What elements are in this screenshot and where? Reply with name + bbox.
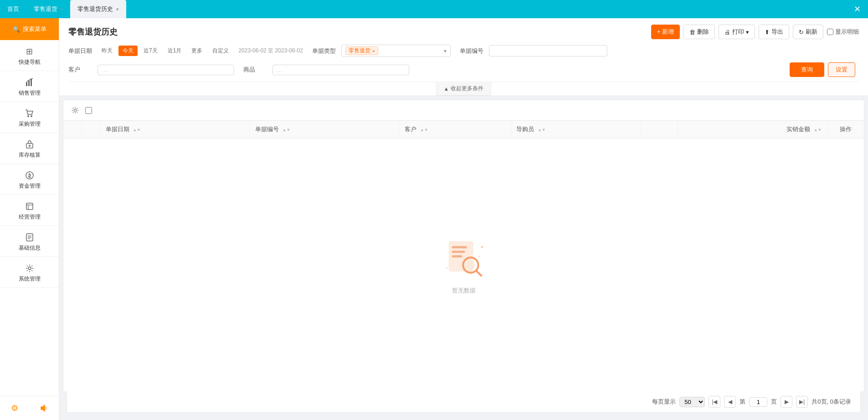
date-btn-today[interactable]: 今天 xyxy=(118,46,138,56)
trash-icon: 🗑 xyxy=(689,29,695,36)
sidebar-item-system[interactable]: 系统管理 xyxy=(0,257,59,288)
settings-filter-button[interactable]: 设置 xyxy=(828,62,855,77)
page-header: 零售退货历史 + 新增 🗑 删除 🖨 打印 ▾ ⬆ 导出 xyxy=(59,18,868,96)
sidebar-item-quick-nav[interactable]: ⊞ 快捷导航 xyxy=(0,40,59,71)
page-size-select[interactable]: 50 100 200 xyxy=(679,397,705,407)
collapse-icon: ▲ xyxy=(444,86,449,92)
svg-point-25 xyxy=(481,246,483,248)
tab-home[interactable]: 首页 xyxy=(0,0,26,18)
system-icon xyxy=(25,263,35,273)
goods-ellipsis: … xyxy=(277,67,282,73)
svg-rect-0 xyxy=(26,82,27,86)
sidebar-item-finance[interactable]: 资金管理 xyxy=(0,164,59,195)
svg-point-23 xyxy=(466,261,475,270)
th-doc-date[interactable]: 单据日期 ▲▼ xyxy=(100,121,249,138)
finance-icon xyxy=(25,170,35,180)
th-customer[interactable]: 客户 ▲▼ xyxy=(399,121,511,138)
page-number-input[interactable] xyxy=(749,397,767,407)
svg-point-4 xyxy=(31,115,32,117)
sidebar-item-basic-info[interactable]: 基础信息 xyxy=(0,226,59,257)
date-btn-last7[interactable]: 近7天 xyxy=(139,46,162,56)
doc-type-dropdown-icon: ▾ xyxy=(444,48,447,54)
svg-point-6 xyxy=(29,145,31,147)
goods-filter: 商品 … xyxy=(243,65,409,75)
prev-page-btn[interactable]: ◀ xyxy=(724,396,736,408)
filter-row-1: 单据日期 昨天 今天 近7天 近1月 更多 自定义 2023-06-02 至 2… xyxy=(68,45,859,57)
first-page-btn[interactable]: |◀ xyxy=(709,396,720,408)
tab-retail-return-history[interactable]: 零售退货历史 × xyxy=(70,0,126,18)
sort-actual-amount: ▲▼ xyxy=(814,128,822,132)
svg-point-15 xyxy=(28,267,31,270)
inventory-icon xyxy=(25,139,35,149)
svg-rect-19 xyxy=(452,246,467,248)
delete-button[interactable]: 🗑 删除 xyxy=(683,25,715,39)
svg-point-17 xyxy=(74,109,77,112)
print-button[interactable]: 🖨 打印 ▾ xyxy=(719,25,755,39)
select-all-checkbox[interactable] xyxy=(85,107,92,114)
table-header-row: 单据日期 ▲▼ 单据编号 ▲▼ 客户 ▲▼ xyxy=(63,121,864,138)
customer-filter: 客户 … xyxy=(68,65,234,75)
gear-icon[interactable]: ⚙ xyxy=(8,402,21,415)
svg-rect-8 xyxy=(26,203,33,210)
svg-rect-20 xyxy=(452,251,465,253)
sidebar-item-purchase-mgmt[interactable]: 采购管理 xyxy=(0,102,59,133)
last-page-btn[interactable]: ▶| xyxy=(796,396,808,408)
doc-type-select[interactable]: 零售退货 × ▾ xyxy=(341,45,451,57)
query-button[interactable]: 查询 xyxy=(790,62,824,77)
header-actions: + 新增 🗑 删除 🖨 打印 ▾ ⬆ 导出 ↻ xyxy=(651,25,859,39)
sidebar-item-sales-mgmt[interactable]: 销售管理 xyxy=(0,71,59,102)
export-button[interactable]: ⬆ 导出 xyxy=(759,25,789,39)
refresh-icon: ↻ xyxy=(799,29,804,36)
show-detail-toggle[interactable]: 显示明细 xyxy=(827,28,859,36)
page-title: 零售退货历史 xyxy=(68,26,118,37)
table-settings-icon[interactable] xyxy=(69,104,82,117)
sort-customer: ▲▼ xyxy=(420,128,428,132)
total-pages-text: 共0页, 0条记录 xyxy=(812,398,851,406)
date-buttons: 昨天 今天 近7天 近1月 更多 自定义 xyxy=(98,46,233,56)
date-btn-last-month[interactable]: 近1月 xyxy=(164,46,186,56)
new-button[interactable]: + 新增 xyxy=(651,25,680,39)
basic-info-icon xyxy=(25,232,35,242)
filter-row-2: 客户 … 商品 … 查询 设置 xyxy=(68,62,859,82)
svg-rect-1 xyxy=(28,81,30,86)
date-btn-custom[interactable]: 自定义 xyxy=(208,46,233,56)
layout: 🔍 搜索菜单 ⊞ 快捷导航 销售管理 采购管理 库存核算 xyxy=(0,18,868,420)
goods-select[interactable]: … xyxy=(272,65,409,75)
page-title-row: 零售退货历史 + 新增 🗑 删除 🖨 打印 ▾ ⬆ 导出 xyxy=(68,25,859,39)
empty-state: 暂无数据 xyxy=(63,138,864,391)
svg-point-27 xyxy=(478,256,479,257)
date-range-text: 2023-06-02 至 2023-06-02 xyxy=(238,47,303,55)
svg-marker-16 xyxy=(41,405,45,411)
refresh-button[interactable]: ↻ 刷新 xyxy=(793,25,823,39)
sidebar-item-inventory[interactable]: 库存核算 xyxy=(0,133,59,164)
date-filter: 单据日期 昨天 今天 近7天 近1月 更多 自定义 2023-06-02 至 2… xyxy=(68,46,303,56)
date-btn-more[interactable]: 更多 xyxy=(187,46,206,56)
sidebar-item-operations[interactable]: 经营管理 xyxy=(0,195,59,226)
export-icon: ⬆ xyxy=(765,29,770,36)
operations-icon xyxy=(25,201,35,211)
svg-point-3 xyxy=(27,115,29,117)
filter-area: 单据日期 昨天 今天 近7天 近1月 更多 自定义 2023-06-02 至 2… xyxy=(68,45,859,82)
doc-type-tag-close[interactable]: × xyxy=(372,48,375,54)
tab-retail-return-history-close[interactable]: × xyxy=(116,6,118,12)
sort-guide: ▲▼ xyxy=(538,128,546,132)
date-btn-yesterday[interactable]: 昨天 xyxy=(98,46,117,56)
th-guide[interactable]: 导购员 ▲▼ xyxy=(511,121,642,138)
th-actual-amount[interactable]: 实销金额 ▲▼ xyxy=(678,121,827,138)
window-close-button[interactable]: ✕ xyxy=(854,4,861,14)
sidebar-bottom: ⚙ xyxy=(0,396,59,420)
tab-retail-return-close[interactable]: × xyxy=(60,6,63,12)
collapse-button[interactable]: ▲ 收起更多条件 xyxy=(436,82,492,96)
search-icon: 🔍 xyxy=(13,26,20,33)
doc-type-filter: 单据类型 零售退货 × ▾ xyxy=(312,45,451,57)
show-detail-checkbox[interactable] xyxy=(827,29,833,35)
th-spacer xyxy=(641,121,678,138)
next-page-btn[interactable]: ▶ xyxy=(781,396,792,408)
tab-retail-return[interactable]: 零售退货 × xyxy=(26,0,70,18)
volume-icon[interactable] xyxy=(38,402,51,415)
sidebar-search[interactable]: 🔍 搜索菜单 xyxy=(0,18,59,40)
pagination-bar: 每页显示 50 100 200 |◀ ◀ 第 页 ▶ ▶| 共0页, 0条记录 xyxy=(67,391,861,413)
th-doc-no[interactable]: 单据编号 ▲▼ xyxy=(249,121,399,138)
doc-number-input[interactable] xyxy=(489,45,607,56)
customer-select[interactable]: … xyxy=(98,65,234,75)
